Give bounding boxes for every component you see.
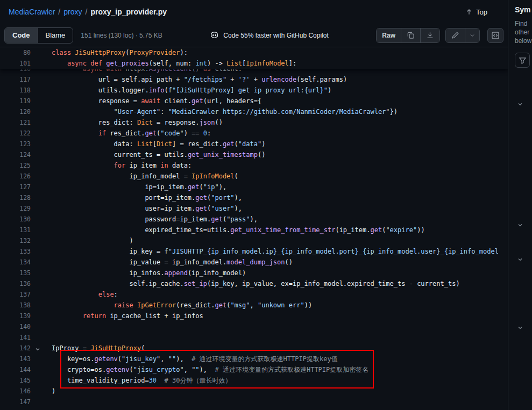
download-icon [426,31,434,39]
symbols-panel-toggle-button[interactable] [487,28,503,43]
line-number[interactable]: 125 [0,160,31,171]
code-line: 128 port=ip_item.get("port"), [0,192,508,203]
line-number[interactable]: 134 [0,257,31,268]
breadcrumb-separator: / [85,8,87,16]
breadcrumb-repo-link[interactable]: MediaCrawler [9,8,55,16]
code-text: for ip_item in data: [31,160,191,171]
download-button[interactable] [420,28,439,42]
sticky-context-lines: 80class JiSuHttpProxy(ProxyProvider):101… [0,47,508,69]
breadcrumb-file-name: proxy_ip_provider.py [90,8,167,16]
scroll-to-top-label: Top [476,8,487,16]
code-text: data: List[Dict] = res_dict.get("data") [31,139,265,149]
code-text: crypto=os.getenv("jisu_crypto", ""), # 通… [31,364,368,375]
line-number[interactable]: 146 [0,386,31,397]
arrow-up-icon [465,8,473,16]
line-number[interactable]: 117 [0,74,31,85]
breadcrumb-folder-link[interactable]: proxy [63,8,82,16]
line-number[interactable]: 126 [0,171,31,182]
code-line: 118 utils.logger.info(f"[JiSuHttpProxy] … [0,85,508,96]
line-number[interactable]: 141 [0,332,31,343]
line-number[interactable]: 122 [0,128,31,139]
copy-button[interactable] [401,28,420,42]
line-number[interactable]: 129 [0,203,31,214]
code-text: url = self.api_path + "/fetchips" + '?' … [31,74,347,85]
line-number[interactable]: 133 [0,246,31,257]
line-number[interactable]: 118 [0,85,31,96]
line-number[interactable]: 135 [0,268,31,278]
breadcrumb-bar: MediaCrawler / proxy / proxy_ip_provider… [0,0,508,24]
code-text: current_ts = utils.get_unix_timestamp() [31,149,265,160]
code-line: 124 current_ts = utils.get_unix_timestam… [0,149,508,160]
line-number[interactable]: 138 [0,300,31,311]
code-line: 134 ip_value = ip_info_model.model_dump_… [0,257,508,268]
line-number[interactable]: 143 [0,354,31,364]
line-number[interactable]: 101 [0,58,31,69]
symbols-panel: Sym Findotherbelow [508,0,532,410]
line-number[interactable]: 136 [0,278,31,289]
chevron-down-icon[interactable] [517,255,523,262]
line-number[interactable]: 131 [0,225,31,235]
raw-actions-group: Raw [376,28,440,43]
code-line: 142IpProxy = JiSuHttpProxy( [0,343,508,354]
line-number[interactable]: 120 [0,106,31,117]
collapse-chevron-icon[interactable] [34,345,41,351]
code-line: 143 key=os.getenv("jisu_key", ""), # 通过环… [0,354,508,364]
code-text: ip=ip_item.get("ip"), [31,182,226,192]
line-number[interactable]: 121 [0,117,31,128]
line-number[interactable]: 130 [0,214,31,225]
code-line: 121 res_dict: Dict = response.json() [0,117,508,128]
github-file-view: { "colors": { "bg": "#0d1117", "border":… [0,0,532,410]
symbols-panel-description: Findotherbelow [515,19,532,45]
line-number[interactable]: 128 [0,192,31,203]
symbols-panel-description-line: Find [515,19,532,28]
code-lines: 116 async with httpx.AsyncClient() as cl… [0,63,508,407]
line-number[interactable]: 139 [0,311,31,321]
tab-code[interactable]: Code [5,28,38,43]
code-text: self.ip_cache.set_ip(ip_key, ip_value, e… [31,278,460,289]
copy-icon [407,31,415,39]
chevron-down-icon[interactable] [517,221,523,227]
chevron-down-icon[interactable] [517,323,523,330]
symbols-panel-description-line: other [515,28,532,37]
code-line: 133 ip_key = f"JISUHTTP_{ip_info_model.i… [0,246,508,257]
line-number[interactable]: 80 [0,47,31,58]
line-number[interactable]: 142 [0,343,31,354]
edit-dropdown-button[interactable] [465,28,479,42]
line-number[interactable]: 147 [0,397,31,407]
code-text: if res_dict.get("code") == 0: [31,128,211,139]
code-text: else: [31,289,118,300]
code-line: 132 ) [0,235,508,246]
chevron-down-icon[interactable] [517,100,523,106]
scroll-to-top-button[interactable]: Top [461,6,492,18]
copilot-banner[interactable]: Code 55% faster with GitHub Copilot [210,31,328,40]
code-text: return ip_cache_list + ip_infos [31,311,203,321]
line-number[interactable]: 127 [0,182,31,192]
line-number[interactable]: 145 [0,375,31,386]
line-number[interactable]: 132 [0,235,31,246]
code-text: res_dict: Dict = response.json() [31,117,223,128]
line-number[interactable]: 137 [0,289,31,300]
copilot-banner-text: Code 55% faster with GitHub Copilot [223,32,328,39]
code-line: 136 self.ip_cache.set_ip(ip_key, ip_valu… [0,278,508,289]
file-toolbar: Code Blame 151 lines (130 loc) · 5.75 KB… [0,24,508,47]
code-line: 117 url = self.api_path + "/fetchips" + … [0,74,508,85]
code-line: 130 password=ip_item.get("pass"), [0,214,508,225]
edit-button[interactable] [446,28,465,42]
code-area: 116 async with httpx.AsyncClient() as cl… [0,47,508,410]
code-text: port=ip_item.get("port"), [31,192,242,203]
code-line: 140 [0,321,508,332]
main-column: MediaCrawler / proxy / proxy_ip_provider… [0,0,508,410]
raw-button[interactable]: Raw [377,28,401,42]
tab-blame[interactable]: Blame [38,28,73,43]
code-text: IpProxy = JiSuHttpProxy( [31,343,145,354]
symbols-panel-description-line: below [515,37,532,45]
edit-actions-group [445,28,480,43]
filter-button[interactable] [515,53,530,68]
code-square-icon [491,31,500,40]
code-text: user=ip_item.get("user"), [31,203,242,214]
line-number[interactable]: 119 [0,96,31,106]
line-number[interactable]: 124 [0,149,31,160]
line-number[interactable]: 140 [0,321,31,332]
line-number[interactable]: 123 [0,139,31,149]
line-number[interactable]: 144 [0,364,31,375]
